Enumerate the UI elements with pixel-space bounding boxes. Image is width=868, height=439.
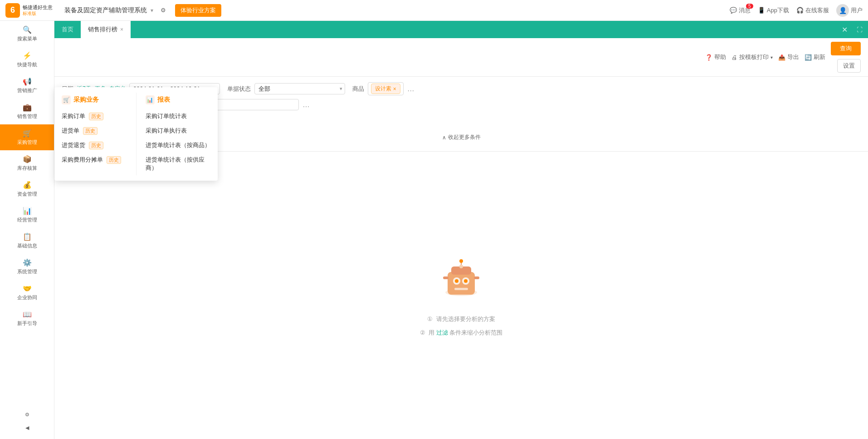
goods-tag-close[interactable]: × [393,86,396,92]
refresh-button[interactable]: 🔄 刷新 [805,53,825,61]
gear-icon: ⚙️ [23,258,32,267]
sidebar-label-finance: 资金管理 [17,191,37,197]
online-service-button[interactable]: 🎧 在线客服 [796,6,829,15]
report-col: 📊 报表 采购订单统计表 采购订单执行表 进货单统计表（按商品） 进货单统计表（… [138,93,218,175]
empty-robot-svg [434,254,488,308]
phone-icon: 📱 [758,7,765,14]
sidebar-label-basic: 基础信息 [17,242,37,249]
content-header: ❓ 帮助 🖨 按模板打印 ▾ 📤 导出 🔄 刷新 查询 [54,38,868,77]
incoming-order-history-badge: 历史 [83,127,98,135]
avatar: 👤 [836,4,849,17]
purchase-order-stats-item[interactable]: 采购订单统计表 [146,109,211,123]
export-icon: 📤 [778,54,785,61]
sidebar-label-operation: 经营管理 [17,217,37,223]
logo-area: 6 畅捷通好生意 标准版 [5,3,60,18]
purchase-order-exec-item[interactable]: 采购订单执行表 [146,123,211,138]
tab-close-button[interactable]: ✕ [838,25,851,34]
settings-icon[interactable]: ⚙ [157,4,170,17]
status-select-wrap: 全部 [254,83,345,94]
sidebar-item-purchase[interactable]: 🛒 采购管理 [0,124,54,150]
setting-button[interactable]: 设置 [837,59,861,73]
sidebar-footer-settings[interactable]: ⚙ [0,408,54,421]
help-button[interactable]: ❓ 帮助 [705,53,726,61]
status-label: 单据状态 [227,85,251,93]
purchase-col-icon: 🛒 [62,95,71,104]
search-icon: 🔍 [23,25,32,34]
purchase-business-col: 🛒 采购业务 采购订单 历史 进货单 历史 进货退货 历史 采购费用分摊单 历史 [54,93,134,175]
sidebar-label-nav: 快捷导航 [17,61,37,68]
print-icon: 🖨 [731,54,737,61]
box-icon: 📦 [23,155,32,163]
sidebar-item-operation[interactable]: 📊 经营管理 [0,202,54,228]
return-goods-history-badge: 历史 [89,142,103,149]
logo-text: 畅捷通好生意 标准版 [23,4,53,16]
content-area: 首页 销售排行榜 × ✕ ⛶ ❓ 帮助 🖨 [54,21,868,439]
sidebar-label-marketing: 营销推广 [17,87,37,94]
dropdown-arrow-icon[interactable]: ▾ [151,7,153,14]
sidebar-item-nav[interactable]: ⚡ 快捷导航 [0,47,54,73]
message-button[interactable]: 💬 消息 5 [730,6,751,15]
status-filter: 单据状态 全部 [227,83,345,94]
headset-icon: 🎧 [796,7,804,14]
print-button[interactable]: 🖨 按模板打印 ▾ [731,53,773,61]
help-icon: ❓ [705,54,712,61]
incoming-stats-goods-item[interactable]: 进货单统计表（按商品） [146,138,211,153]
sidebar-footer-collapse[interactable]: ◀ [0,421,54,434]
sidebar-item-marketing[interactable]: 📢 营销推广 [0,73,54,99]
notification-badge: 5 [746,4,753,9]
purchase-col-title: 🛒 采购业务 [62,93,127,109]
top-right-actions: 💬 消息 5 📱 App下载 🎧 在线客服 👤 用户 [730,4,863,17]
cart-icon: 🛒 [23,129,32,138]
sidebar-item-inventory[interactable]: 📦 库存核算 [0,150,54,176]
purchase-order-item[interactable]: 采购订单 历史 [62,109,127,123]
goods-label: 商品 [352,85,364,93]
tab-close-icon[interactable]: × [120,26,123,33]
sidebar: 🔍 搜索菜单 ⚡ 快捷导航 📢 营销推广 💼 销售管理 🛒 采购管理 📦 [0,21,54,439]
export-button[interactable]: 📤 导出 [778,53,799,61]
tab-sales-rank[interactable]: 销售排行榜 × [81,21,131,38]
sidebar-item-sales[interactable]: 💼 销售管理 [0,99,54,124]
system-title: 装备及固定资产辅助管理系统 [64,6,147,15]
query-button[interactable]: 查询 [831,42,861,55]
chart-icon: 📊 [23,207,32,215]
app-download-button[interactable]: 📱 App下载 [758,6,789,15]
sidebar-label-guide: 新手引导 [17,320,37,327]
sidebar-item-search[interactable]: 🔍 搜索菜单 [0,21,54,47]
salesperson-input[interactable] [208,99,299,110]
sidebar-item-finance[interactable]: 💰 资金管理 [0,176,54,202]
sidebar-item-system[interactable]: ⚙️ 系统管理 [0,254,54,280]
svg-rect-1 [448,272,475,295]
svg-rect-8 [443,276,449,279]
svg-rect-9 [474,276,479,279]
goods-filter: 商品 设计素 × … [352,82,414,95]
sidebar-label-enterprise: 企业协同 [17,294,37,301]
incoming-stats-supplier-item[interactable]: 进货单统计表（按供应商） [146,153,211,175]
svg-point-12 [459,259,463,263]
svg-point-5 [455,279,458,283]
sidebar-bottom: ⚙ ◀ [0,408,54,439]
tab-home[interactable]: 首页 [54,21,81,38]
sidebar-item-guide[interactable]: 📖 新手引导 [0,306,54,331]
salesperson-more-icon[interactable]: … [302,101,310,109]
purchase-expense-item[interactable]: 采购费用分摊单 历史 [62,153,127,167]
tab-fullscreen-button[interactable]: ⛶ [851,26,868,33]
svg-point-6 [464,279,468,283]
collapse-icon: ◀ [25,425,29,431]
empty-illustration [434,254,488,310]
status-select[interactable]: 全部 [254,83,345,94]
sidebar-item-enterprise[interactable]: 🤝 企业协同 [0,280,54,306]
print-arrow-icon: ▾ [770,55,773,60]
industry-button[interactable]: 体验行业方案 [175,4,221,17]
sidebar-label-sales: 销售管理 [17,113,37,120]
goods-more-icon[interactable]: … [407,85,414,93]
return-goods-item[interactable]: 进货退货 历史 [62,138,127,153]
purchase-order-history-badge: 历史 [89,113,103,120]
purchase-expense-history-badge: 历史 [107,156,121,164]
incoming-order-item[interactable]: 进货单 历史 [62,123,127,138]
goods-tag: 设计素 × [371,84,400,94]
empty-hint-1: ① 请先选择要分析的方案 [427,315,495,323]
sidebar-item-basic-info[interactable]: 📋 基础信息 [0,228,54,254]
sidebar-label-search: 搜索菜单 [17,35,37,42]
user-menu[interactable]: 👤 用户 [836,4,863,17]
refresh-icon: 🔄 [805,54,812,61]
